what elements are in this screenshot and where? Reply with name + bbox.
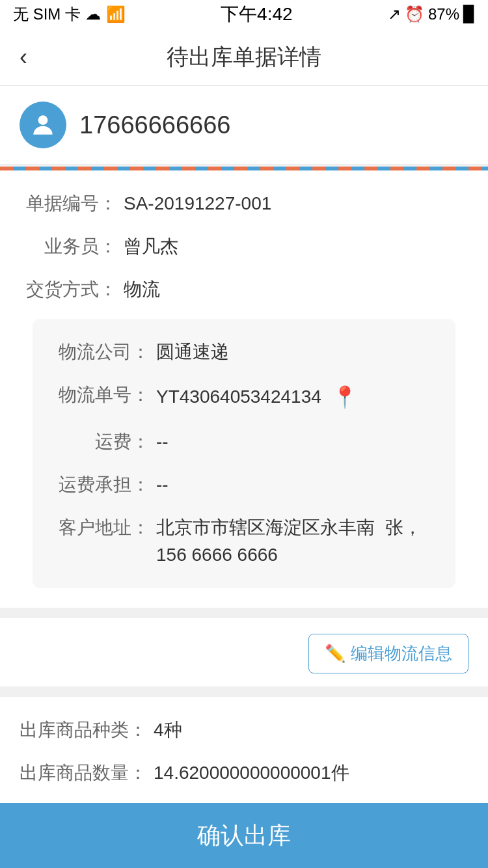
back-button[interactable]: ‹ bbox=[20, 44, 27, 71]
address-value: 北京市市辖区海淀区永丰南 张，156 6666 6666 bbox=[156, 514, 436, 569]
sim-label: 无 SIM 卡 ☁ bbox=[13, 4, 101, 25]
nav-bar: ‹ 待出库单据详情 bbox=[0, 29, 488, 86]
sales-person-row: 业务员： 曾凡杰 bbox=[20, 233, 468, 260]
freight-row: 运费： -- bbox=[52, 428, 436, 455]
wifi-icon: 📶 bbox=[106, 5, 126, 23]
goods-types-value: 4种 bbox=[154, 716, 468, 744]
svg-point-0 bbox=[38, 115, 48, 125]
sales-person-label: 业务员： bbox=[20, 233, 124, 260]
tracking-number-value: YT43064053424134 📍 bbox=[156, 381, 436, 413]
track-location-icon[interactable]: 📍 bbox=[332, 381, 358, 413]
edit-logistics-button[interactable]: ✏️ 编辑物流信息 bbox=[308, 634, 468, 673]
order-info-section: 单据编号： SA-20191227-001 业务员： 曾凡杰 交货方式： 物流 … bbox=[0, 170, 488, 608]
edit-logistics-container: ✏️ 编辑物流信息 bbox=[0, 618, 488, 686]
status-bar: 无 SIM 卡 ☁ 📶 下午4:42 ↗ ⏰ 87% ▉ bbox=[0, 0, 488, 29]
tracking-number-label: 物流单号： bbox=[52, 381, 156, 409]
order-number-value: SA-20191227-001 bbox=[124, 190, 468, 217]
goods-types-row: 出库商品种类： 4种 bbox=[20, 716, 468, 744]
delivery-method-label: 交货方式： bbox=[20, 276, 124, 303]
freight-label: 运费： bbox=[52, 428, 156, 455]
sales-person-value: 曾凡杰 bbox=[124, 233, 468, 260]
person-icon bbox=[29, 111, 57, 139]
goods-section: 出库商品种类： 4种 出库商品数量： 14.620000000000001件 bbox=[0, 697, 488, 806]
status-right: ↗ ⏰ 87% ▉ bbox=[388, 5, 475, 23]
freight-bearer-label: 运费承担： bbox=[52, 471, 156, 498]
page-title: 待出库单据详情 bbox=[167, 42, 321, 72]
logistics-company-value: 圆通速递 bbox=[156, 338, 436, 366]
status-left: 无 SIM 卡 ☁ 📶 bbox=[13, 4, 126, 25]
order-number-label: 单据编号： bbox=[20, 190, 124, 217]
freight-value: -- bbox=[156, 428, 436, 455]
goods-quantity-label: 出库商品数量： bbox=[20, 759, 154, 787]
goods-quantity-row: 出库商品数量： 14.620000000000001件 bbox=[20, 759, 468, 787]
battery-label: 87% bbox=[428, 5, 459, 23]
order-number-row: 单据编号： SA-20191227-001 bbox=[20, 190, 468, 217]
address-label: 客户地址： bbox=[52, 514, 156, 541]
confirm-button-container[interactable]: 确认出库 bbox=[0, 803, 488, 868]
confirm-button-label: 确认出库 bbox=[197, 820, 291, 852]
freight-bearer-value: -- bbox=[156, 471, 436, 498]
freight-bearer-row: 运费承担： -- bbox=[52, 471, 436, 498]
customer-phone: 17666666666 bbox=[79, 111, 230, 139]
customer-card: 17666666666 bbox=[0, 86, 488, 164]
alarm-icon: ⏰ bbox=[405, 5, 424, 23]
section-separator-1 bbox=[0, 686, 488, 697]
avatar bbox=[20, 102, 66, 148]
status-time: 下午4:42 bbox=[221, 2, 293, 27]
goods-quantity-value: 14.620000000000001件 bbox=[154, 759, 468, 787]
battery-icon: ▉ bbox=[463, 5, 475, 23]
logistics-company-label: 物流公司： bbox=[52, 338, 156, 366]
tracking-number-row: 物流单号： YT43064053424134 📍 bbox=[52, 381, 436, 413]
edit-icon: ✏️ bbox=[325, 644, 346, 664]
edit-logistics-label: 编辑物流信息 bbox=[351, 642, 452, 665]
address-row: 客户地址： 北京市市辖区海淀区永丰南 张，156 6666 6666 bbox=[52, 514, 436, 569]
logistics-company-row: 物流公司： 圆通速递 bbox=[52, 338, 436, 366]
delivery-method-value: 物流 bbox=[124, 276, 468, 303]
logistics-card: 物流公司： 圆通速递 物流单号： YT43064053424134 📍 运费： … bbox=[33, 319, 455, 588]
delivery-method-row: 交货方式： 物流 bbox=[20, 276, 468, 303]
goods-types-label: 出库商品种类： bbox=[20, 716, 154, 744]
location-status-icon: ↗ bbox=[388, 5, 401, 23]
